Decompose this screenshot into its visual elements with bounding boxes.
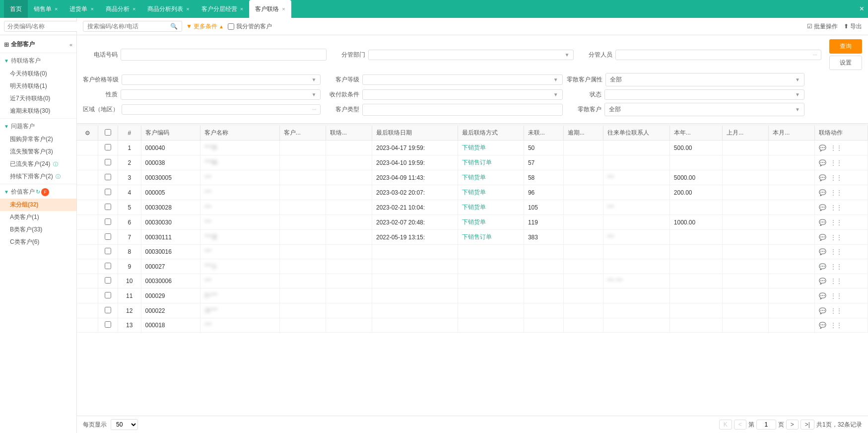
message-action-icon[interactable]: 💬: [819, 234, 826, 241]
status-select[interactable]: ▼: [604, 89, 804, 100]
tab-sales[interactable]: 销售单 ×: [28, 0, 64, 18]
sidebar-item-today-pending[interactable]: 今天待联络(0): [0, 68, 76, 80]
this-month-column-header[interactable]: 本月...: [769, 126, 815, 141]
last-contact-way[interactable]: 下销售订单: [458, 155, 524, 170]
tab-purchase[interactable]: 进货单 ×: [64, 0, 99, 18]
tab-product-analysis[interactable]: 商品分析 ×: [100, 0, 141, 18]
sidebar-item-churn-warn[interactable]: 流失预警客户(3): [0, 145, 76, 158]
unit-contact-column-header[interactable]: 往来单位联系人: [603, 126, 669, 141]
reset-button[interactable]: 设置: [829, 56, 862, 70]
sidebar-section-problem[interactable]: ▼ 问题客户: [0, 120, 76, 133]
nature-select[interactable]: ▼: [121, 89, 321, 100]
more-action-icon[interactable]: ⋮⋮: [830, 219, 842, 226]
sidebar-search-input[interactable]: [4, 21, 85, 32]
more-action-icon[interactable]: ⋮⋮: [830, 204, 842, 211]
row-checkbox[interactable]: [105, 189, 111, 195]
more-action-icon[interactable]: ⋮⋮: [830, 234, 842, 241]
first-page-btn[interactable]: K: [719, 420, 732, 430]
more-action-icon[interactable]: ⋮⋮: [830, 144, 842, 151]
message-action-icon[interactable]: 💬: [819, 204, 826, 211]
message-action-icon[interactable]: 💬: [819, 174, 826, 181]
collapse-sidebar-icon[interactable]: «: [69, 42, 72, 48]
cust-grade-select[interactable]: ▼: [362, 74, 562, 85]
person-select[interactable]: ···: [615, 50, 821, 60]
tab-home[interactable]: 首页: [4, 0, 28, 18]
last-contact-way[interactable]: [458, 259, 524, 274]
query-button[interactable]: 查询: [829, 39, 862, 54]
my-customers-checkbox[interactable]: [228, 23, 234, 30]
price-grade-select[interactable]: ▼: [122, 74, 321, 85]
message-action-icon[interactable]: 💬: [819, 307, 826, 314]
no-contact-column-header[interactable]: 未联...: [524, 126, 563, 141]
last-way-link[interactable]: 下销货单: [462, 204, 486, 211]
sidebar-item-ungroup[interactable]: 未分组(32): [0, 199, 76, 211]
next-page-btn[interactable]: >: [786, 420, 799, 430]
type-column-header[interactable]: 客户...: [279, 126, 326, 141]
sidebar-section-pending[interactable]: ▼ 待联络客户: [0, 54, 76, 68]
sidebar-item-churned[interactable]: 已流失客户(24) ⓘ: [0, 158, 76, 170]
last-way-link[interactable]: 下销货单: [462, 144, 486, 151]
message-action-icon[interactable]: 💬: [819, 159, 826, 166]
last-contact-way[interactable]: 下销货单: [458, 170, 524, 185]
payment-select[interactable]: ▼: [362, 89, 562, 100]
row-checkbox[interactable]: [105, 321, 111, 328]
last-date-column-header[interactable]: 最后联络日期: [372, 126, 458, 141]
main-search-box[interactable]: 🔍: [83, 21, 182, 32]
settings-column-header[interactable]: ⚙: [77, 126, 98, 141]
scatter-select[interactable]: 全部 ▼: [604, 103, 804, 116]
close-product-analysis-icon[interactable]: ×: [133, 6, 135, 12]
last-contact-way[interactable]: 下销售订单: [458, 230, 524, 245]
page-size-select[interactable]: 50 20 100: [111, 419, 138, 430]
prev-page-btn[interactable]: <: [734, 420, 746, 430]
sidebar-section-value[interactable]: ▼ 价值客户 ↻ F: [0, 185, 76, 199]
dept-select[interactable]: ▼: [368, 50, 574, 60]
message-action-icon[interactable]: 💬: [819, 292, 826, 299]
last-way-column-header[interactable]: 最后联络方式: [458, 126, 524, 141]
contact-column-header[interactable]: 联络...: [326, 126, 372, 141]
page-number-input[interactable]: [756, 420, 776, 430]
last-contact-way[interactable]: [458, 245, 524, 259]
close-customer-segment-icon[interactable]: ×: [240, 6, 243, 12]
close-window-icon[interactable]: ×: [860, 4, 864, 13]
last-page-btn[interactable]: >|: [801, 420, 814, 430]
this-year-column-header[interactable]: 本年...: [669, 126, 722, 141]
checkbox-column-header[interactable]: [98, 126, 118, 141]
more-action-icon[interactable]: ⋮⋮: [830, 159, 842, 166]
sidebar-item-overdue-contact[interactable]: 逾期未联络(30): [0, 105, 76, 117]
last-contact-way[interactable]: [458, 274, 524, 289]
message-action-icon[interactable]: 💬: [819, 189, 826, 196]
message-action-icon[interactable]: 💬: [819, 263, 826, 270]
last-way-link[interactable]: 下销货单: [462, 218, 486, 225]
sidebar-item-class-b[interactable]: B类客户(33): [0, 223, 76, 236]
close-customer-contact-icon[interactable]: ×: [282, 6, 285, 12]
code-column-header[interactable]: 客户编码: [141, 126, 200, 141]
overdue-column-header[interactable]: 逾期...: [563, 126, 603, 141]
refresh-icon[interactable]: ↻: [36, 189, 40, 195]
message-action-icon[interactable]: 💬: [819, 144, 826, 151]
last-contact-way[interactable]: [458, 289, 524, 303]
row-checkbox[interactable]: [105, 307, 111, 313]
sidebar-item-declining[interactable]: 持续下滑客户(2) ⓘ: [0, 170, 76, 183]
message-action-icon[interactable]: 💬: [819, 278, 826, 285]
more-action-icon[interactable]: ⋮⋮: [830, 292, 842, 299]
more-action-icon[interactable]: ⋮⋮: [830, 174, 842, 181]
sidebar-item-class-a[interactable]: A类客户(1): [0, 211, 76, 223]
row-checkbox[interactable]: [105, 263, 111, 269]
name-column-header[interactable]: 客户名称: [200, 126, 280, 141]
more-action-icon[interactable]: ⋮⋮: [830, 278, 842, 285]
row-checkbox[interactable]: [105, 204, 111, 210]
tab-customer-segment[interactable]: 客户分层经营 ×: [196, 0, 249, 18]
sidebar-item-abnormal[interactable]: 囤购异常客户(2): [0, 133, 76, 145]
batch-op-btn[interactable]: ☑ 批量操作: [807, 22, 838, 31]
export-btn[interactable]: ⬆ 导出: [844, 22, 862, 31]
tab-customer-contact[interactable]: 客户联络 ×: [249, 0, 291, 18]
last-contact-way[interactable]: [458, 318, 524, 333]
more-action-icon[interactable]: ⋮⋮: [830, 189, 842, 196]
row-checkbox[interactable]: [105, 277, 111, 284]
message-action-icon[interactable]: 💬: [819, 322, 826, 329]
row-checkbox[interactable]: [105, 248, 111, 254]
message-action-icon[interactable]: 💬: [819, 219, 826, 226]
row-checkbox[interactable]: [105, 233, 111, 240]
more-action-icon[interactable]: ⋮⋮: [830, 322, 842, 329]
message-action-icon[interactable]: 💬: [819, 248, 826, 255]
